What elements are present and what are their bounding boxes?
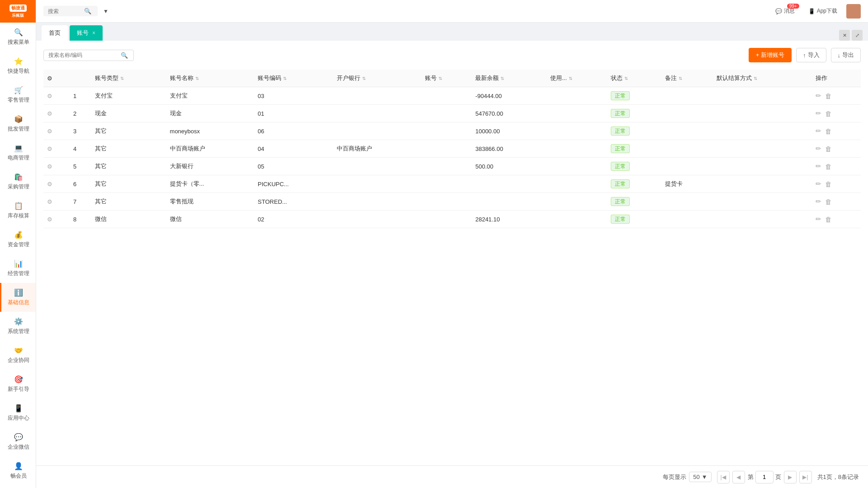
sidebar-item-retail[interactable]: 🛒零售管理 [0,80,36,109]
quicknav-label: 快捷导航 [8,67,29,75]
sidebar-item-wholesale[interactable]: 📦批发管理 [0,109,36,138]
cell-status: 正常 [607,211,661,228]
cell-action: ✏🗑 [812,87,861,105]
row-settings-icon[interactable]: ⚙ [47,181,52,188]
operation-icon: 📊 [14,259,23,268]
sidebar-item-wechat[interactable]: 💬企业微信 [0,427,36,456]
prev-page-btn[interactable]: ◀ [732,471,745,483]
cell-name: 零售抵现 [166,193,255,211]
page-number-input[interactable] [755,471,774,483]
sidebar-item-agreement[interactable]: 🤝企业协同 [0,341,36,370]
sidebar-item-purchase[interactable]: 🛍️采购管理 [0,167,36,196]
col-header-code[interactable]: 账号编码⇅ [254,70,333,87]
col-header-usage[interactable]: 使用...⇅ [547,70,607,87]
cell-balance: -90444.00 [472,87,547,105]
cell-account [421,211,472,228]
cell-code: 02 [254,211,333,228]
row-settings-icon[interactable]: ⚙ [47,93,52,99]
sidebar-item-finance[interactable]: 💰资金管理 [0,225,36,254]
topbar-dropdown[interactable]: ▼ [103,8,108,14]
edit-icon[interactable]: ✏ [816,145,821,153]
cell-name: 大新银行 [166,158,255,175]
col-header-account[interactable]: 账号⇅ [421,70,472,87]
sort-icon-account: ⇅ [439,76,442,81]
finance-label: 资金管理 [8,241,29,249]
edit-icon[interactable]: ✏ [816,127,821,135]
last-page-btn[interactable]: ▶| [799,471,812,483]
app-download-btn[interactable]: 📱 App下载 [808,7,837,15]
import-label: 导入 [808,51,820,59]
delete-icon[interactable]: 🗑 [825,216,832,223]
col-header-settlement[interactable]: 默认结算方式⇅ [713,70,812,87]
ecom-icon: 💻 [14,144,23,152]
sidebar-item-search[interactable]: 🔍搜索菜单 [0,23,36,52]
search-input[interactable] [48,52,121,58]
edit-icon[interactable]: ✏ [816,180,821,188]
system-label: 系统管理 [8,328,29,335]
table-row: ⚙7其它零售抵现STORED...正常✏🗑 [43,193,861,211]
topbar-search-input[interactable] [48,8,84,14]
table-row: ⚙1支付宝支付宝03-90444.00正常✏🗑 [43,87,861,105]
tab-account[interactable]: 账号× [70,25,103,41]
add-account-button[interactable]: + 新增账号 [749,48,792,62]
cell-action: ✏🗑 [812,140,861,158]
col-header-name[interactable]: 账号名称⇅ [166,70,255,87]
row-settings-icon[interactable]: ⚙ [47,110,52,117]
sidebar-item-ecom[interactable]: 💻电商管理 [0,138,36,167]
delete-icon[interactable]: 🗑 [825,145,832,153]
win-close-btn[interactable]: ✕ [839,30,850,41]
cell-balance: 500.00 [472,158,547,175]
delete-icon[interactable]: 🗑 [825,180,832,188]
row-code: 05 [258,163,264,170]
first-page-btn[interactable]: |◀ [717,471,730,483]
col-header-status[interactable]: 状态⇅ [607,70,661,87]
edit-icon[interactable]: ✏ [816,215,821,223]
col-header-type[interactable]: 账号类型⇅ [91,70,166,87]
row-settings-icon[interactable]: ⚙ [47,145,52,152]
topbar-msg-btn[interactable]: 💬 消息 99+ [775,7,795,15]
col-header-remark[interactable]: 备注⇅ [661,70,713,87]
delete-icon[interactable]: 🗑 [825,198,832,206]
cell-code: PICKUPC... [254,175,333,193]
cell-index: 3 [70,122,91,140]
tab-account-close[interactable]: × [92,30,95,36]
edit-icon[interactable]: ✏ [816,197,821,206]
import-button[interactable]: ↑ 导入 [796,48,826,62]
export-label: 导出 [842,51,854,59]
delete-icon[interactable]: 🗑 [825,110,832,117]
row-code: 02 [258,216,264,223]
next-page-btn[interactable]: ▶ [784,471,797,483]
sidebar-item-quicknav[interactable]: ⭐快捷导航 [0,52,36,80]
sidebar-item-basic[interactable]: ℹ️基础信息 [0,283,36,312]
win-expand-btn[interactable]: ⤢ [852,30,863,41]
edit-icon[interactable]: ✏ [816,162,821,170]
edit-icon[interactable]: ✏ [816,109,821,117]
row-settings-icon[interactable]: ⚙ [47,128,52,135]
sidebar-item-operation[interactable]: 📊经营管理 [0,254,36,283]
row-actions: ✏🗑 [816,109,857,117]
row-settings-icon[interactable]: ⚙ [47,216,52,223]
export-button[interactable]: ↓ 导出 [831,48,861,62]
row-balance: 547670.00 [475,110,503,117]
delete-icon[interactable]: 🗑 [825,127,832,135]
user-avatar[interactable] [846,4,861,19]
delete-icon[interactable]: 🗑 [825,92,832,100]
purchase-icon: 🛍️ [14,173,23,181]
sidebar-item-appcenter[interactable]: 📱应用中心 [0,399,36,427]
row-settings-icon[interactable]: ⚙ [47,163,52,170]
col-header-balance[interactable]: 最新余额⇅ [472,70,547,87]
sidebar-item-member[interactable]: 👤畅会员 [0,456,36,485]
delete-icon[interactable]: 🗑 [825,163,832,170]
sidebar-item-inventory[interactable]: 📋库存核算 [0,196,36,225]
appcenter-label: 应用中心 [8,414,29,422]
col-header-bank[interactable]: 开户银行⇅ [333,70,421,87]
tab-home[interactable]: 首页 [42,25,68,41]
sidebar-item-guide[interactable]: 🎯新手引导 [0,370,36,399]
cell-action: ✏🗑 [812,105,861,122]
sidebar-item-system[interactable]: ⚙️系统管理 [0,312,36,341]
topbar: 🔍 ▼ 💬 消息 99+ 📱 App下载 [36,0,868,23]
edit-icon[interactable]: ✏ [816,92,821,100]
row-index: 6 [73,181,76,188]
row-settings-icon[interactable]: ⚙ [47,198,52,205]
page-size-dropdown[interactable]: 50 ▼ [689,472,711,482]
